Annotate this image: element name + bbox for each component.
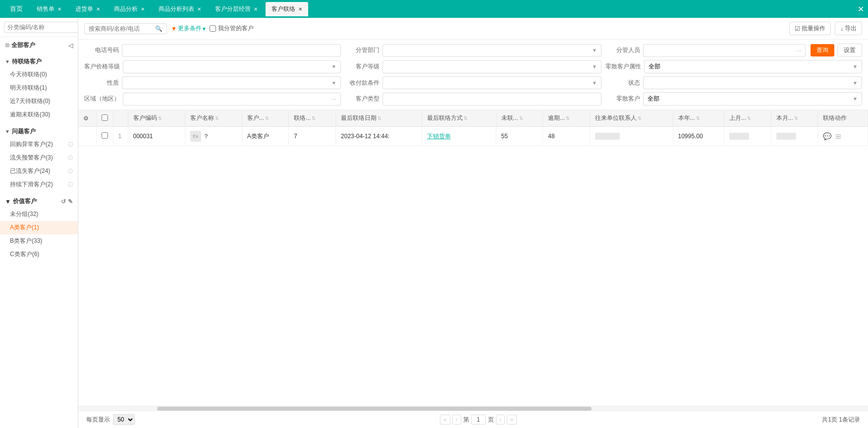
first-page-btn[interactable]: « <box>440 415 450 425</box>
table-body: 1 000031 Ea ？ A类客户 7 2023-04 <box>78 127 868 146</box>
close-customer-tier-tab[interactable]: ✕ <box>254 6 258 12</box>
sidebar-class-b[interactable]: B类客户(33) <box>0 234 78 248</box>
th-code[interactable]: 客户编码 ⇅ <box>128 110 185 127</box>
th-last-date[interactable]: 最后联络日期 ⇅ <box>336 110 422 127</box>
grid-action-icon[interactable]: ⊞ <box>835 132 841 140</box>
sidebar-class-a[interactable]: A类客户(1) <box>0 221 78 234</box>
th-settings[interactable]: ⚙ <box>78 110 96 127</box>
scrollbar-thumb[interactable] <box>157 407 592 411</box>
sidebar-7day-pending[interactable]: 近7天待联络(0) <box>0 95 78 108</box>
nav-tab-purchase[interactable]: 进货单 ✕ <box>69 2 106 16</box>
info-icon-3: ⓘ <box>68 181 73 188</box>
th-name[interactable]: 客户名称 ⇅ <box>185 110 242 127</box>
more-filters-btn[interactable]: ▼ 更多条件 ▾ <box>171 24 206 33</box>
dept-select[interactable]: ▼ <box>382 44 601 57</box>
th-last-month[interactable]: 上月... ⇅ <box>724 110 771 127</box>
th-last-method[interactable]: 最后联络方式 ⇅ <box>422 110 496 127</box>
per-page-select[interactable]: 50 <box>113 414 135 425</box>
status-select[interactable]: ▼ <box>643 76 862 89</box>
customer-type-text[interactable] <box>387 96 597 103</box>
search-icon[interactable]: 🔍 <box>155 25 163 32</box>
my-customers-checkbox[interactable] <box>210 25 216 32</box>
next-page-btn[interactable]: › <box>496 415 505 425</box>
nav-tab-sales[interactable]: 销售单 ✕ <box>31 2 67 16</box>
nav-tab-analysis-list[interactable]: 商品分析列表 ✕ <box>153 2 207 16</box>
edit-icon[interactable]: ✎ <box>68 198 73 205</box>
th-checkbox[interactable] <box>96 110 113 127</box>
nav-tab-analysis[interactable]: 商品分析 ✕ <box>108 2 151 16</box>
settings-button[interactable]: 设置 <box>837 44 862 57</box>
sidebar-declining[interactable]: 持续下滑客户(2) ⓘ <box>0 178 78 191</box>
problem-customers-title[interactable]: ▼ 问题客户 <box>0 125 78 138</box>
pending-contact-section: ▼ 待联络客户 今天待联络(0) 明天待联络(1) 近7天待联络(0) 逾期未联… <box>0 54 78 123</box>
filter-row-4: 区域（地区） ··· 客户类型 零散客户 全部 ▼ <box>84 92 862 106</box>
batch-ops-button[interactable]: ☑ 批量操作 <box>789 22 831 35</box>
sidebar-today-pending[interactable]: 今天待联络(0) <box>0 68 78 81</box>
horizontal-scrollbar[interactable] <box>78 406 868 411</box>
sidebar-repurchase-abnormal[interactable]: 回购异常客户(2) ⓘ <box>0 138 78 151</box>
th-type[interactable]: 客户... ⇅ <box>242 110 289 127</box>
sidebar-churn-warning[interactable]: 流失预警客户(3) ⓘ <box>0 151 78 164</box>
close-analysis-tab[interactable]: ✕ <box>141 6 145 12</box>
main-content: 🔍 ▼ 更多条件 ▾ 我分管的客户 ☑ 批量操作 ↓ 导出 <box>78 18 868 428</box>
sidebar-unclassified[interactable]: 未分组(32) <box>0 208 78 221</box>
last-month-placeholder <box>729 133 749 140</box>
sidebar-collapse-icon[interactable]: ◁ <box>68 42 73 49</box>
value-customers-header[interactable]: ▼ 价值客户 ↺ ✎ <box>0 195 78 208</box>
my-customers-checkbox-area[interactable]: 我分管的客户 <box>210 24 254 33</box>
nav-tab-customer-tier[interactable]: 客户分层经营 ✕ <box>209 2 264 16</box>
th-overdue[interactable]: 逾期... ⇅ <box>543 110 590 127</box>
manager-input[interactable]: ··· <box>643 44 806 57</box>
sidebar-overdue-pending[interactable]: 逾期未联络(30) <box>0 108 78 121</box>
sidebar-class-c[interactable]: C类客户(6) <box>0 248 78 261</box>
region-input[interactable]: ··· <box>123 93 341 106</box>
last-page-btn[interactable]: » <box>507 415 517 425</box>
retail-attr-select[interactable]: 全部 ▼ <box>644 60 862 73</box>
sidebar-churned[interactable]: 已流失客户(24) ⓘ <box>0 164 78 178</box>
td-last-method[interactable]: 下销货单 <box>422 127 496 146</box>
phone-input[interactable] <box>122 44 341 57</box>
price-level-select[interactable]: ▼ <box>123 60 341 73</box>
window-close-icon[interactable]: ✕ <box>858 4 864 14</box>
bottom-bar: 每页显示 50 « ‹ 第 1 页 › » 共1页 1条记录 <box>78 411 868 428</box>
export-button[interactable]: ↓ 导出 <box>835 22 862 35</box>
phone-text-input[interactable] <box>126 47 336 54</box>
action-buttons: 💬 ⊞ <box>823 132 863 140</box>
sidebar-search-input[interactable] <box>4 22 78 33</box>
scrollbar-track <box>78 407 868 411</box>
payment-select[interactable]: ▼ <box>382 76 601 89</box>
customer-level-select[interactable]: ▼ <box>382 60 601 73</box>
nav-tab-customer-contact[interactable]: 客户联络 ✕ <box>266 2 308 16</box>
th-this-month[interactable]: 本月... ⇅ <box>771 110 818 127</box>
td-checkbox-cell[interactable] <box>96 127 113 146</box>
th-unit-contact[interactable]: 往来单位联系人 ⇅ <box>590 110 673 127</box>
filter-row-3: 性质 ▼ 收付款条件 ▼ 状态 <box>84 76 862 89</box>
customer-type-input[interactable] <box>382 93 601 106</box>
th-contacts[interactable]: 联络... ⇅ <box>289 110 336 127</box>
nav-home[interactable]: 首页 <box>4 1 29 16</box>
chat-action-icon[interactable]: 💬 <box>823 132 831 140</box>
last-method-link[interactable]: 下销货单 <box>427 133 451 140</box>
nature-select[interactable]: ▼ <box>122 76 341 89</box>
prev-page-btn[interactable]: ‹ <box>452 415 461 425</box>
search-input[interactable] <box>89 25 153 32</box>
filter-customer-level: 客户等级 ▼ <box>345 60 601 73</box>
value-customers-actions: ↺ ✎ <box>61 198 73 205</box>
sort-lastmonth-icon: ⇅ <box>747 116 751 121</box>
pending-contact-title[interactable]: ▼ 待联络客户 <box>0 55 78 68</box>
th-this-year[interactable]: 本年... ⇅ <box>673 110 724 127</box>
retail-customer-select[interactable]: 全部 ▼ <box>643 92 862 106</box>
close-purchase-tab[interactable]: ✕ <box>96 6 100 12</box>
table-header-row: ⚙ 客户编码 ⇅ <box>78 110 868 127</box>
query-button[interactable]: 查询 <box>811 44 834 56</box>
refresh-icon[interactable]: ↺ <box>61 198 66 205</box>
current-page[interactable]: 1 <box>471 415 486 425</box>
select-all-checkbox[interactable] <box>102 114 108 121</box>
row-checkbox[interactable] <box>102 132 108 139</box>
all-customers-header[interactable]: ⊞ 全部客户 ◁ <box>0 37 78 54</box>
sidebar-tomorrow-pending[interactable]: 明天待联络(1) <box>0 81 78 95</box>
close-analysis-list-tab[interactable]: ✕ <box>197 6 201 12</box>
close-sales-tab[interactable]: ✕ <box>57 6 61 12</box>
close-customer-contact-tab[interactable]: ✕ <box>298 6 302 12</box>
th-not-contacted[interactable]: 未联... ⇅ <box>496 110 543 127</box>
